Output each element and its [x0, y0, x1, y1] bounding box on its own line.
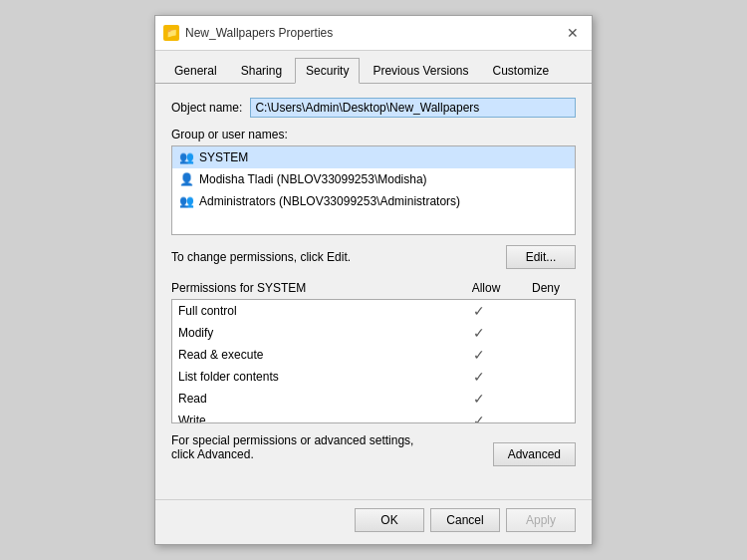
perm-name-modify: Modify: [178, 326, 449, 340]
edit-button[interactable]: Edit...: [506, 245, 576, 269]
user-item-modisha[interactable]: 👤 Modisha Tladi (NBLOV33099253\Modisha): [172, 168, 575, 190]
system-icon: 👥: [178, 149, 194, 165]
user-item-system[interactable]: 👥 SYSTEM: [172, 146, 575, 168]
perm-allow-read: ✓: [449, 391, 509, 407]
properties-dialog: 📁 New_Wallpapers Properties ✕ General Sh…: [154, 15, 593, 545]
close-button[interactable]: ✕: [562, 22, 584, 44]
object-name-label: Object name:: [171, 101, 242, 115]
user-list[interactable]: 👥 SYSTEM 👤 Modisha Tladi (NBLOV33099253\…: [171, 145, 576, 235]
perm-row-readexecute: Read & execute ✓: [172, 344, 575, 366]
title-bar: 📁 New_Wallpapers Properties ✕: [155, 16, 592, 51]
ok-button[interactable]: OK: [355, 508, 424, 532]
window-title: New_Wallpapers Properties: [185, 26, 562, 40]
perm-allow-listfolder: ✓: [449, 369, 509, 385]
dialog-footer: OK Cancel Apply: [155, 499, 592, 544]
perm-allow-readexecute: ✓: [449, 347, 509, 363]
perm-allow-fullcontrol: ✓: [449, 303, 509, 319]
groups-label: Group or user names:: [171, 128, 576, 141]
apply-button[interactable]: Apply: [506, 508, 576, 532]
advanced-button[interactable]: Advanced: [493, 442, 576, 466]
special-perms-line1: For special permissions or advanced sett…: [171, 433, 413, 447]
change-permissions-row: To change permissions, click Edit. Edit.…: [171, 245, 576, 269]
perm-row-fullcontrol: Full control ✓: [172, 300, 575, 322]
object-name-row: Object name:: [171, 98, 576, 118]
user-name-administrators: Administrators (NBLOV33099253\Administra…: [199, 194, 460, 208]
cancel-button[interactable]: Cancel: [430, 508, 500, 532]
perm-row-read: Read ✓: [172, 388, 575, 410]
user-icon-administrators: 👥: [178, 193, 194, 209]
special-perms-row: For special permissions or advanced sett…: [171, 433, 576, 475]
permissions-list[interactable]: Full control ✓ Modify ✓ Read & execute ✓…: [171, 299, 576, 423]
perm-name-listfolder: List folder contents: [178, 370, 449, 384]
folder-icon: 📁: [163, 25, 179, 41]
permissions-header: Permissions for SYSTEM Allow Deny: [171, 281, 576, 295]
change-permissions-text: To change permissions, click Edit.: [171, 250, 351, 264]
perm-row-listfolder: List folder contents ✓: [172, 366, 575, 388]
user-name-modisha: Modisha Tladi (NBLOV33099253\Modisha): [199, 172, 427, 186]
special-perms-text: For special permissions or advanced sett…: [171, 433, 413, 461]
tab-sharing[interactable]: Sharing: [230, 58, 293, 84]
tab-content: Object name: Group or user names: 👥 SYST…: [155, 84, 592, 499]
tab-customize[interactable]: Customize: [481, 58, 560, 84]
object-name-input[interactable]: [250, 98, 576, 118]
tab-bar: General Sharing Security Previous Versio…: [155, 51, 592, 84]
tab-previous-versions[interactable]: Previous Versions: [362, 58, 479, 84]
tab-security[interactable]: Security: [295, 58, 360, 84]
perm-name-write: Write: [178, 414, 449, 423]
perm-row-write: Write ✓: [172, 410, 575, 423]
perm-allow-write: ✓: [449, 413, 509, 423]
allow-label: Allow: [456, 281, 516, 295]
deny-label: Deny: [516, 281, 576, 295]
perm-allow-modify: ✓: [449, 325, 509, 341]
perm-name-readexecute: Read & execute: [178, 348, 449, 362]
permissions-title: Permissions for SYSTEM: [171, 281, 456, 295]
special-perms-line2: click Advanced.: [171, 447, 254, 461]
user-icon-modisha: 👤: [178, 171, 194, 187]
perm-row-modify: Modify ✓: [172, 322, 575, 344]
perm-name-fullcontrol: Full control: [178, 304, 449, 318]
perm-name-read: Read: [178, 392, 449, 406]
user-name-system: SYSTEM: [199, 150, 248, 164]
user-item-administrators[interactable]: 👥 Administrators (NBLOV33099253\Administ…: [172, 190, 575, 212]
tab-general[interactable]: General: [163, 58, 228, 84]
